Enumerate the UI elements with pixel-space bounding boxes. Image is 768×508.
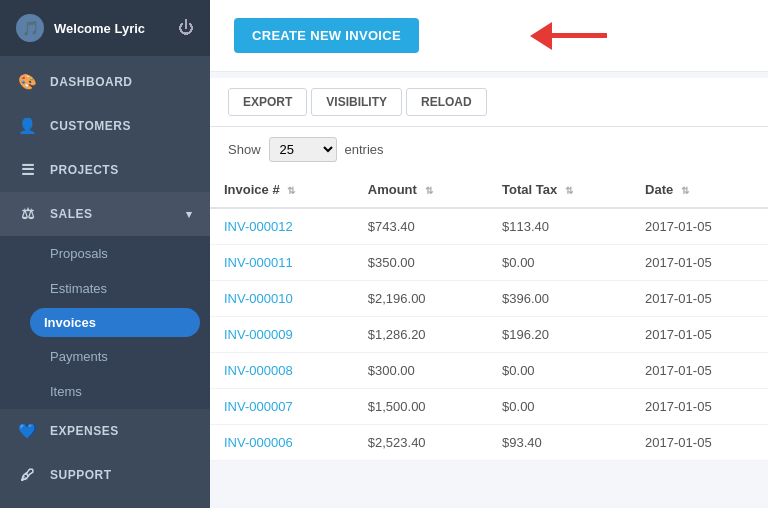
visibility-button[interactable]: VISIBILITY <box>311 88 402 116</box>
sidebar-header: 🎵 Welcome Lyric ⏻ <box>0 0 210 56</box>
arrow-head-icon <box>530 22 552 50</box>
arrow-line <box>552 33 607 38</box>
invoice-number[interactable]: INV-000011 <box>210 245 354 281</box>
invoice-number[interactable]: INV-000006 <box>210 425 354 461</box>
col-invoice: Invoice # ⇅ <box>210 172 354 208</box>
invoice-amount: $2,196.00 <box>354 281 488 317</box>
projects-icon: ☰ <box>18 161 38 179</box>
col-amount: Amount ⇅ <box>354 172 488 208</box>
sidebar-item-estimates[interactable]: Estimates <box>0 271 210 306</box>
content-area: EXPORT VISIBILITY RELOAD Show 25 10 50 1… <box>210 72 768 508</box>
sidebar-item-expenses[interactable]: 💙 EXPENSES <box>0 409 210 453</box>
table-row: INV-000011$350.00$0.002017-01-05 <box>210 245 768 281</box>
support-icon: 🖊 <box>18 466 38 483</box>
sidebar-item-items[interactable]: Items <box>0 374 210 409</box>
invoice-date: 2017-01-05 <box>631 281 768 317</box>
col-total-tax: Total Tax ⇅ <box>488 172 631 208</box>
create-invoice-button[interactable]: CREATE NEW INVOICE <box>234 18 419 53</box>
sidebar-item-label: DASHBOARD <box>50 75 133 89</box>
sort-icon[interactable]: ⇅ <box>287 185 295 196</box>
sidebar-item-invoices[interactable]: Invoices <box>30 308 200 337</box>
invoice-number[interactable]: INV-000009 <box>210 317 354 353</box>
sidebar-item-sales[interactable]: ⚖ SALES ▾ <box>0 192 210 236</box>
sales-icon: ⚖ <box>18 205 38 223</box>
sidebar-nav: 🎨 DASHBOARD 👤 CUSTOMERS ☰ PROJECTS ⚖ SAL… <box>0 56 210 508</box>
invoice-number[interactable]: INV-000008 <box>210 353 354 389</box>
invoice-amount: $743.40 <box>354 208 488 245</box>
table-row: INV-000006$2,523.40$93.402017-01-05 <box>210 425 768 461</box>
customers-icon: 👤 <box>18 117 38 135</box>
table-row: INV-000010$2,196.00$396.002017-01-05 <box>210 281 768 317</box>
sidebar-item-payments[interactable]: Payments <box>0 339 210 374</box>
expenses-icon: 💙 <box>18 422 38 440</box>
sort-icon[interactable]: ⇅ <box>565 185 573 196</box>
sidebar-item-projects[interactable]: ☰ PROJECTS <box>0 148 210 192</box>
invoice-date: 2017-01-05 <box>631 353 768 389</box>
entries-select[interactable]: 25 10 50 100 <box>269 137 337 162</box>
sidebar-item-proposals[interactable]: Proposals <box>0 236 210 271</box>
arrow-indicator <box>530 22 607 50</box>
sidebar-item-label: PROJECTS <box>50 163 119 177</box>
main-content: CREATE NEW INVOICE EXPORT VISIBILITY REL… <box>210 0 768 508</box>
invoices-table: Invoice # ⇅ Amount ⇅ Total Tax ⇅ Date <box>210 172 768 461</box>
table-row: INV-000012$743.40$113.402017-01-05 <box>210 208 768 245</box>
dashboard-icon: 🎨 <box>18 73 38 91</box>
export-button[interactable]: EXPORT <box>228 88 307 116</box>
invoice-date: 2017-01-05 <box>631 208 768 245</box>
invoice-number[interactable]: INV-000010 <box>210 281 354 317</box>
sidebar-item-customers[interactable]: 👤 CUSTOMERS <box>0 104 210 148</box>
table-row: INV-000008$300.00$0.002017-01-05 <box>210 353 768 389</box>
sidebar-item-label: CUSTOMERS <box>50 119 131 133</box>
invoice-amount: $1,500.00 <box>354 389 488 425</box>
table-row: INV-000009$1,286.20$196.202017-01-05 <box>210 317 768 353</box>
invoice-date: 2017-01-05 <box>631 245 768 281</box>
invoice-number[interactable]: INV-000007 <box>210 389 354 425</box>
top-bar: CREATE NEW INVOICE <box>210 0 768 72</box>
col-date: Date ⇅ <box>631 172 768 208</box>
show-label: Show <box>228 142 261 157</box>
table-wrapper: Invoice # ⇅ Amount ⇅ Total Tax ⇅ Date <box>210 172 768 508</box>
invoice-date: 2017-01-05 <box>631 317 768 353</box>
invoice-number[interactable]: INV-000012 <box>210 208 354 245</box>
sidebar-header-left: 🎵 Welcome Lyric <box>16 14 145 42</box>
sort-icon[interactable]: ⇅ <box>425 185 433 196</box>
invoice-total-tax: $113.40 <box>488 208 631 245</box>
sidebar-sub-sales: Proposals Estimates Invoices Payments It… <box>0 236 210 409</box>
invoice-total-tax: $396.00 <box>488 281 631 317</box>
invoice-date: 2017-01-05 <box>631 389 768 425</box>
chevron-down-icon: ▾ <box>186 208 193 221</box>
sidebar-item-contracts[interactable]: 📄 CONTRACTS <box>0 496 210 508</box>
entries-label: entries <box>345 142 384 157</box>
invoice-total-tax: $0.00 <box>488 353 631 389</box>
sidebar-item-label: SUPPORT <box>50 468 112 482</box>
table-body: INV-000012$743.40$113.402017-01-05INV-00… <box>210 208 768 461</box>
invoice-amount: $1,286.20 <box>354 317 488 353</box>
invoice-total-tax: $0.00 <box>488 245 631 281</box>
sidebar-title: Welcome Lyric <box>54 21 145 36</box>
invoice-total-tax: $0.00 <box>488 389 631 425</box>
sidebar: 🎵 Welcome Lyric ⏻ 🎨 DASHBOARD 👤 CUSTOMER… <box>0 0 210 508</box>
table-row: INV-000007$1,500.00$0.002017-01-05 <box>210 389 768 425</box>
invoice-total-tax: $196.20 <box>488 317 631 353</box>
invoice-amount: $350.00 <box>354 245 488 281</box>
table-header: Invoice # ⇅ Amount ⇅ Total Tax ⇅ Date <box>210 172 768 208</box>
reload-button[interactable]: RELOAD <box>406 88 487 116</box>
sidebar-item-dashboard[interactable]: 🎨 DASHBOARD <box>0 60 210 104</box>
power-icon[interactable]: ⏻ <box>178 19 194 37</box>
invoice-total-tax: $93.40 <box>488 425 631 461</box>
table-controls: Show 25 10 50 100 entries <box>210 127 768 172</box>
sidebar-item-support[interactable]: 🖊 SUPPORT <box>0 453 210 496</box>
invoice-amount: $300.00 <box>354 353 488 389</box>
sort-icon[interactable]: ⇅ <box>681 185 689 196</box>
invoice-amount: $2,523.40 <box>354 425 488 461</box>
logo-icon: 🎵 <box>16 14 44 42</box>
invoice-date: 2017-01-05 <box>631 425 768 461</box>
sidebar-item-label: EXPENSES <box>50 424 119 438</box>
sidebar-item-label: SALES <box>50 207 93 221</box>
table-toolbar: EXPORT VISIBILITY RELOAD <box>210 78 768 127</box>
